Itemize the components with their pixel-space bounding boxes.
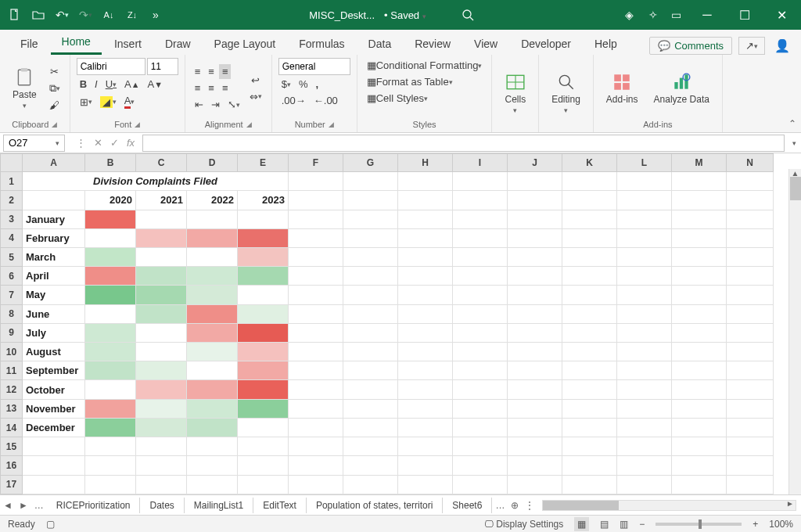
cell[interactable]: 2021 — [136, 191, 187, 210]
orientation-icon[interactable]: ⤡▾ — [224, 97, 243, 112]
cell[interactable] — [289, 380, 343, 399]
cell[interactable] — [398, 323, 453, 342]
cell[interactable] — [85, 437, 136, 456]
sheet-tab[interactable]: RICEPrioritization — [47, 498, 141, 513]
share-button[interactable]: ↗ ▾ — [738, 37, 765, 55]
cell[interactable] — [187, 247, 238, 266]
cell[interactable] — [85, 343, 136, 361]
cell[interactable] — [672, 399, 727, 418]
cell[interactable] — [136, 267, 187, 286]
column-header[interactable]: N — [727, 154, 774, 172]
cell[interactable] — [289, 228, 343, 247]
cell[interactable] — [343, 456, 398, 475]
open-folder-icon[interactable] — [30, 6, 47, 23]
cell[interactable] — [238, 210, 289, 228]
cell[interactable] — [398, 418, 453, 437]
decrease-indent-icon[interactable]: ⇤ — [192, 97, 207, 112]
zoom-slider[interactable] — [656, 523, 742, 526]
cell[interactable] — [727, 475, 774, 494]
cell[interactable] — [398, 191, 453, 210]
cell[interactable] — [23, 437, 85, 456]
cell[interactable]: January — [23, 210, 85, 228]
cell[interactable] — [617, 228, 672, 247]
row-header[interactable]: 4 — [1, 228, 23, 247]
font-size-select[interactable] — [147, 58, 178, 75]
cell[interactable] — [343, 418, 398, 437]
cell[interactable]: Division Complaints Filed — [23, 172, 289, 191]
cell[interactable] — [238, 286, 289, 304]
cell[interactable]: 2022 — [187, 191, 238, 210]
font-color-button[interactable]: A▾ — [121, 93, 138, 110]
increase-decimal-icon[interactable]: .00→ — [278, 93, 309, 108]
row-header[interactable]: 13 — [1, 399, 23, 418]
dialog-launcher-icon[interactable]: ◢ — [135, 120, 140, 128]
cell[interactable] — [85, 456, 136, 475]
cell[interactable] — [617, 323, 672, 342]
column-header[interactable]: C — [136, 154, 187, 172]
dialog-launcher-icon[interactable]: ◢ — [246, 120, 252, 128]
cell[interactable] — [727, 247, 774, 266]
dialog-launcher-icon[interactable]: ◢ — [329, 120, 334, 128]
sheet-tab[interactable]: Sheet6 — [443, 498, 492, 513]
cell[interactable] — [617, 456, 672, 475]
row-header[interactable]: 11 — [1, 361, 23, 380]
formula-input[interactable] — [142, 135, 785, 152]
cell[interactable] — [398, 304, 453, 323]
cell[interactable] — [672, 267, 727, 286]
comments-button[interactable]: 💬 Comments — [649, 37, 732, 55]
cell[interactable] — [136, 437, 187, 456]
cell[interactable] — [85, 286, 136, 304]
cell[interactable] — [508, 247, 562, 266]
cell[interactable] — [136, 418, 187, 437]
cell[interactable] — [187, 475, 238, 494]
column-header[interactable]: M — [672, 154, 727, 172]
sort-desc-icon[interactable]: Z↓ — [124, 6, 141, 23]
row-header[interactable]: 17 — [1, 475, 23, 494]
cell[interactable] — [453, 437, 508, 456]
cell[interactable]: November — [23, 399, 85, 418]
cell[interactable] — [136, 361, 187, 380]
cell[interactable] — [508, 418, 562, 437]
cell[interactable] — [508, 191, 562, 210]
cell[interactable] — [453, 172, 508, 191]
cell[interactable] — [453, 210, 508, 228]
cell[interactable] — [238, 399, 289, 418]
font-name-select[interactable] — [77, 58, 145, 75]
cell[interactable] — [187, 418, 238, 437]
cell[interactable] — [238, 456, 289, 475]
cell[interactable]: May — [23, 286, 85, 304]
sheet-nav-more-icon[interactable]: … — [31, 500, 47, 511]
align-middle-icon[interactable]: ≡ — [205, 64, 217, 79]
cell[interactable] — [343, 247, 398, 266]
cell[interactable] — [672, 418, 727, 437]
cell[interactable] — [23, 456, 85, 475]
ribbon-tab-data[interactable]: Data — [357, 33, 403, 55]
sheet-more-icon[interactable]: … — [492, 500, 508, 511]
row-header[interactable]: 12 — [1, 380, 23, 399]
column-header[interactable]: I — [453, 154, 508, 172]
cell[interactable] — [238, 304, 289, 323]
cell[interactable] — [136, 343, 187, 361]
cell[interactable] — [289, 286, 343, 304]
cell[interactable] — [343, 323, 398, 342]
name-box-dropdown-icon[interactable]: ⋮ — [76, 137, 86, 149]
window-icon[interactable]: ▭ — [668, 6, 685, 23]
bold-button[interactable]: B — [77, 77, 90, 92]
cell[interactable] — [85, 380, 136, 399]
column-header[interactable]: F — [289, 154, 343, 172]
ribbon-tab-review[interactable]: Review — [404, 33, 462, 55]
cell[interactable] — [398, 456, 453, 475]
cell[interactable] — [453, 228, 508, 247]
cell[interactable] — [508, 456, 562, 475]
cell[interactable] — [562, 418, 617, 437]
row-header[interactable]: 16 — [1, 456, 23, 475]
search-icon[interactable] — [459, 6, 476, 23]
addins-button[interactable]: Add-ins — [600, 69, 645, 108]
cell[interactable] — [85, 304, 136, 323]
close-button[interactable]: ✕ — [767, 3, 798, 27]
cell[interactable] — [672, 304, 727, 323]
diamond-icon[interactable]: ◈ — [621, 6, 638, 23]
cell[interactable] — [187, 361, 238, 380]
cell[interactable] — [562, 247, 617, 266]
cell[interactable] — [398, 228, 453, 247]
